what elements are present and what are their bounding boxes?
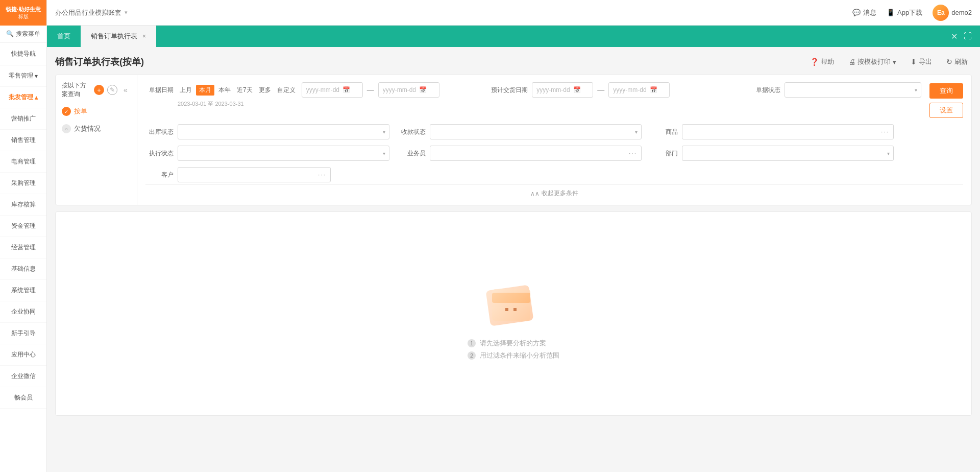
export-label: 导出 [919, 57, 932, 66]
settings-button[interactable]: 设置 [929, 103, 963, 118]
query-button[interactable]: 查询 [929, 83, 963, 99]
date-end-placeholder: yyyy-mm-dd [383, 86, 416, 93]
product-input[interactable]: ··· [682, 124, 894, 139]
breadcrumb-arrow[interactable]: ▾ [125, 9, 128, 16]
top-header: 办公用品行业模拟账套 ▾ 💬 消息 📱 App下载 Ea demo2 [47, 0, 980, 26]
tab-bar: 首页 销售订单执行表 × ✕ ⛶ [47, 26, 980, 47]
breadcrumb-text: 办公用品行业模拟账套 [55, 8, 121, 17]
app-logo[interactable]: 畅捷·助好生意 标版 [0, 0, 46, 26]
expected-delivery-start-input[interactable]: yyyy-mm-dd 📅 [532, 82, 593, 98]
execution-status-select-input[interactable] [178, 146, 389, 161]
tip-num-1: 1 [468, 339, 476, 347]
quick-nav-item[interactable]: 快捷导航 [0, 46, 46, 62]
scheme-item-shortage[interactable]: ○ 欠货情况 [56, 120, 137, 137]
window-controls: ✕ ⛶ [943, 26, 980, 47]
order-status-label: 单据状态 [752, 86, 780, 95]
sidebar-item-guide[interactable]: 新手引导 [0, 323, 46, 344]
chevron-icon: ▾ [35, 73, 38, 80]
page-header: 销售订单执行表(按单) ❓ 帮助 🖨 按模板打印 ▾ ⬇ 导出 ↻ 刷新 [55, 55, 972, 68]
date-end-input[interactable]: yyyy-mm-dd 📅 [378, 82, 439, 98]
scheme-item-icon-active: ✓ [62, 107, 71, 116]
department-select[interactable]: ▾ [682, 146, 894, 161]
sidebar-item-business[interactable]: 经营管理 [0, 237, 46, 258]
scheme-title: 按以下方案查询 [62, 81, 91, 99]
sidebar-item-wechat[interactable]: 企业微信 [0, 366, 46, 387]
shortcut-more[interactable]: 更多 [257, 85, 273, 96]
sidebar-menu: 零售管理 ▾ 批发管理 ▴ 营销推广 销售管理 电商管理 采购管理 库存核算 资… [0, 65, 46, 472]
user-profile[interactable]: Ea demo2 [933, 5, 972, 21]
app-download-button[interactable]: 📱 App下载 [887, 8, 922, 17]
product-dots-icon: ··· [881, 128, 889, 135]
quick-nav: 快捷导航 [0, 43, 46, 65]
payment-status-select[interactable]: ▾ [430, 124, 642, 139]
print-button[interactable]: 🖨 按模板打印 ▾ [844, 55, 900, 68]
sidebar-item-label: 营销推广 [11, 115, 36, 122]
collapse-icon: ∧∧ [530, 190, 540, 197]
message-icon: 💬 [852, 9, 861, 16]
sidebar-item-app-center[interactable]: 应用中心 [0, 344, 46, 366]
order-status-select[interactable]: ▾ [785, 82, 921, 98]
sidebar-item-ecommerce[interactable]: 电商管理 [0, 151, 46, 173]
sidebar: 畅捷·助好生意 标版 🔍 搜索菜单 快捷导航 零售管理 ▾ 批发管理 ▴ 营销推… [0, 0, 47, 472]
avatar: Ea [933, 5, 949, 21]
empty-tip-2: 2 用过滤条件来缩小分析范围 [468, 351, 559, 360]
chevron-icon: ▴ [35, 94, 38, 101]
shortcut-this-month[interactable]: 本月 [196, 85, 214, 96]
date-start-input[interactable]: yyyy-mm-dd 📅 [302, 82, 363, 98]
execution-status-select[interactable]: ▾ [178, 146, 389, 161]
sidebar-item-inventory[interactable]: 库存核算 [0, 194, 46, 216]
maximize-window-icon[interactable]: ⛶ [964, 32, 972, 41]
sidebar-item-sales[interactable]: 销售管理 [0, 130, 46, 151]
message-button[interactable]: 💬 消息 [852, 8, 876, 17]
collapse-button[interactable]: ∧∧ 收起更多条件 [530, 189, 578, 198]
calendar-start-icon: 📅 [342, 86, 350, 93]
sidebar-item-marketing[interactable]: 营销推广 [0, 108, 46, 130]
shortcut-custom[interactable]: 自定义 [275, 85, 298, 96]
sidebar-item-basic[interactable]: 基础信息 [0, 258, 46, 280]
sidebar-item-member[interactable]: 畅会员 [0, 387, 46, 409]
edit-scheme-button[interactable]: ✎ [107, 85, 117, 95]
calendar-icon: 📅 [573, 86, 581, 93]
search-menu-item[interactable]: 🔍 搜索菜单 [0, 26, 46, 43]
sidebar-item-purchase[interactable]: 采购管理 [0, 173, 46, 194]
tab-sales-order[interactable]: 销售订单执行表 × [81, 26, 156, 47]
tab-spacer [156, 26, 943, 47]
salesperson-label: 业务员 [398, 149, 426, 158]
scheme-panel: 按以下方案查询 + ✎ « ✓ 按单 ○ 欠货情况 [56, 75, 137, 205]
tab-close-icon[interactable]: × [142, 33, 146, 40]
tab-home[interactable]: 首页 [47, 26, 81, 47]
close-window-icon[interactable]: ✕ [951, 32, 958, 41]
collapse-scheme-button[interactable]: « [120, 85, 131, 95]
shortcut-this-year[interactable]: 本年 [216, 85, 233, 96]
sidebar-item-system[interactable]: 系统管理 [0, 280, 46, 301]
help-button[interactable]: ❓ 帮助 [806, 55, 838, 68]
scheme-item-by-order[interactable]: ✓ 按单 [56, 103, 137, 120]
expected-delivery-end-input[interactable]: yyyy-mm-dd 📅 [608, 82, 670, 98]
sidebar-item-label: 企业协同 [11, 308, 36, 315]
date-shortcuts: 上月 本月 本年 近7天 更多 自定义 [178, 85, 298, 96]
sidebar-item-label: 畅会员 [14, 394, 33, 401]
date-label: 单据日期 [145, 86, 174, 95]
order-status-select-input[interactable] [785, 82, 921, 98]
sidebar-item-wholesale[interactable]: 批发管理 ▴ [0, 87, 46, 108]
sidebar-item-retail[interactable]: 零售管理 ▾ [0, 65, 46, 87]
shortcut-7days[interactable]: 近7天 [235, 85, 255, 96]
sidebar-item-finance[interactable]: 资金管理 [0, 216, 46, 237]
refresh-button[interactable]: ↻ 刷新 [942, 55, 972, 68]
add-scheme-button[interactable]: + [94, 85, 104, 95]
customer-input[interactable]: ··· [178, 167, 331, 182]
export-button[interactable]: ⬇ 导出 [906, 55, 936, 68]
page-actions: ❓ 帮助 🖨 按模板打印 ▾ ⬇ 导出 ↻ 刷新 [806, 55, 972, 68]
payment-status-select-input[interactable] [430, 124, 642, 139]
shipment-status-select-input[interactable] [178, 124, 389, 139]
shortcut-last-month[interactable]: 上月 [178, 85, 194, 96]
refresh-icon: ↻ [946, 58, 952, 66]
sidebar-item-label: 经营管理 [11, 244, 36, 251]
salesperson-input[interactable]: ··· [430, 146, 642, 161]
customer-label: 客户 [145, 171, 174, 179]
message-label: 消息 [863, 8, 876, 17]
sidebar-item-cooperation[interactable]: 企业协同 [0, 301, 46, 323]
department-select-input[interactable] [682, 146, 894, 161]
eye-right [513, 308, 517, 311]
shipment-status-select[interactable]: ▾ [178, 124, 389, 139]
